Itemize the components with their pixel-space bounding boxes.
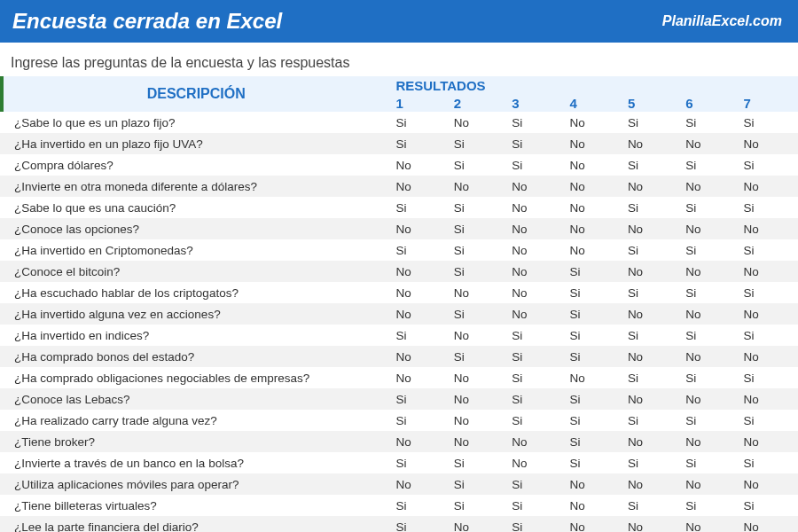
answer-cell: No [740, 133, 798, 154]
answer-cell: Si [624, 452, 682, 473]
table-row: ¿Lee la parte financiera del diario?SiNo… [0, 516, 798, 532]
col-4: 4 [567, 94, 624, 112]
header-bar: Encuesta cerrada en Excel PlanillaExcel.… [0, 0, 798, 43]
answer-cell: Si [624, 239, 682, 261]
answer-cell: No [392, 303, 450, 325]
answer-cell: Si [740, 112, 798, 133]
answer-cell: Si [682, 197, 739, 218]
answer-cell: No [450, 325, 508, 346]
answer-cell: No [682, 261, 739, 282]
table-row: ¿Tiene billeteras virtuales?SiSiSiNoSiSi… [0, 495, 798, 516]
answer-cell: No [508, 239, 566, 261]
answer-cell: No [624, 303, 682, 325]
question-cell: ¿Sabe lo que es un plazo fijo? [0, 112, 392, 133]
table-row: ¿Ha escuchado hablar de los criptogatos?… [0, 282, 798, 303]
answer-cell: No [624, 261, 682, 282]
answer-cell: Si [740, 197, 798, 218]
answer-cell: Si [392, 495, 450, 516]
answer-cell: Si [740, 325, 798, 346]
question-cell: ¿Utiliza aplicaciones móviles para opera… [0, 473, 392, 495]
question-cell: ¿Ha invertido en indices? [0, 325, 392, 346]
table-body: ¿Sabe lo que es un plazo fijo?SiNoSiNoSi… [0, 112, 798, 532]
answer-cell: No [682, 388, 739, 410]
answer-cell: No [624, 473, 682, 495]
answer-cell: Si [624, 495, 682, 516]
answer-cell: Si [740, 410, 798, 431]
answer-cell: No [450, 431, 508, 452]
answer-cell: Si [450, 154, 508, 176]
answer-cell: Si [508, 346, 566, 367]
answer-cell: Si [392, 410, 450, 431]
question-cell: ¿Tiene billeteras virtuales? [0, 495, 392, 516]
answer-cell: Si [392, 516, 450, 532]
table-row: ¿Sabe lo que es una caución?SiSiNoNoSiSi… [0, 197, 798, 218]
answer-cell: No [682, 218, 739, 239]
answer-cell: No [567, 154, 624, 176]
answer-cell: Si [682, 112, 739, 133]
table-row: ¿Ha comprado obligaciones negociables de… [0, 367, 798, 388]
answer-cell: No [508, 197, 566, 218]
answer-cell: Si [567, 410, 624, 431]
answer-cell: Si [450, 197, 508, 218]
answer-cell: No [508, 282, 566, 303]
answer-cell: No [567, 218, 624, 239]
col-1: 1 [392, 94, 450, 112]
answer-cell: No [450, 516, 508, 532]
answer-cell: Si [682, 452, 739, 473]
question-cell: ¿Conoce las opciones? [0, 218, 392, 239]
answer-cell: Si [508, 516, 566, 532]
answer-cell: No [392, 431, 450, 452]
answer-cell: No [682, 516, 739, 532]
page-title: Encuesta cerrada en Excel [12, 9, 282, 34]
answer-cell: Si [392, 239, 450, 261]
answer-cell: Si [682, 154, 739, 176]
answer-cell: No [567, 239, 624, 261]
answer-cell: No [624, 388, 682, 410]
answer-cell: Si [682, 282, 739, 303]
answer-cell: No [508, 303, 566, 325]
answer-cell: No [624, 176, 682, 197]
answer-cell: No [392, 176, 450, 197]
answer-cell: No [392, 154, 450, 176]
answer-cell: Si [392, 197, 450, 218]
answer-cell: Si [624, 325, 682, 346]
table-row: ¿Ha invertido alguna vez en acciones?NoS… [0, 303, 798, 325]
answer-cell: Si [450, 473, 508, 495]
table-row: ¿Utiliza aplicaciones móviles para opera… [0, 473, 798, 495]
answer-cell: Si [624, 112, 682, 133]
col-5: 5 [624, 94, 682, 112]
table-row: ¿Compra dólares?NoSiSiNoSiSiSi [0, 154, 798, 176]
answer-cell: No [740, 516, 798, 532]
answer-cell: Si [450, 452, 508, 473]
answer-cell: No [740, 218, 798, 239]
question-cell: ¿Ha realizado carry trade alguna vez? [0, 410, 392, 431]
answer-cell: Si [450, 495, 508, 516]
answer-cell: Si [740, 154, 798, 176]
answer-cell: Si [682, 325, 739, 346]
answer-cell: Si [508, 325, 566, 346]
answer-cell: No [740, 473, 798, 495]
answer-cell: No [392, 261, 450, 282]
col-3: 3 [508, 94, 566, 112]
answer-cell: Si [450, 218, 508, 239]
answer-cell: No [392, 473, 450, 495]
question-cell: ¿Conoce las Lebacs? [0, 388, 392, 410]
answer-cell: Si [508, 473, 566, 495]
answer-cell: No [682, 303, 739, 325]
question-cell: ¿Ha comprado bonos del estado? [0, 346, 392, 367]
answer-cell: Si [450, 261, 508, 282]
answer-cell: Si [508, 154, 566, 176]
answer-cell: No [450, 112, 508, 133]
instructions-text: Ingrese las preguntas de la encuesta y l… [0, 43, 798, 76]
table-row: ¿Invierte en otra moneda diferente a dól… [0, 176, 798, 197]
answer-cell: Si [450, 303, 508, 325]
answer-cell: No [508, 176, 566, 197]
answer-cell: No [450, 410, 508, 431]
answer-cell: Si [508, 367, 566, 388]
answer-cell: Si [740, 367, 798, 388]
answer-cell: Si [508, 410, 566, 431]
answer-cell: Si [508, 112, 566, 133]
answer-cell: Si [624, 410, 682, 431]
question-cell: ¿Compra dólares? [0, 154, 392, 176]
table-row: ¿Ha invertido en Criptomonedas?SiSiNoNoS… [0, 239, 798, 261]
